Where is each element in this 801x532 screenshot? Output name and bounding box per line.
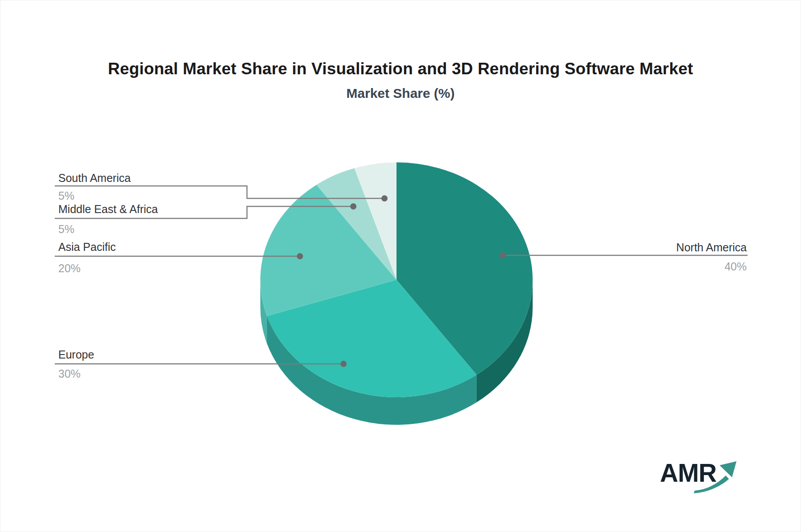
growth-arrow-icon (694, 459, 738, 495)
leader-dot-asia-pacific (297, 253, 303, 259)
chart-canvas: Regional Market Share in Visualization a… (0, 0, 801, 532)
slice-value-south-america: 5% (58, 189, 74, 202)
slice-label-north-america: North America (676, 241, 747, 254)
slice-label-south-america: South America (58, 172, 131, 185)
slice-label-asia-pacific: Asia Pacific (58, 241, 116, 254)
slice-label-europe: Europe (58, 348, 94, 361)
slice-value-asia-pacific: 20% (58, 262, 81, 275)
amr-logo: AMR (660, 460, 740, 496)
pie-chart (0, 0, 801, 532)
leader-dot-north-america (500, 252, 506, 258)
slice-label-middle-east-africa: Middle East & Africa (58, 203, 158, 216)
leader-dot-middle-east-africa (350, 203, 356, 210)
slice-value-europe: 30% (58, 367, 81, 380)
leader-dot-europe (340, 361, 347, 367)
leader-dot-south-america (381, 195, 388, 202)
slice-value-middle-east-africa: 5% (58, 223, 74, 236)
slice-value-north-america: 40% (724, 260, 747, 273)
